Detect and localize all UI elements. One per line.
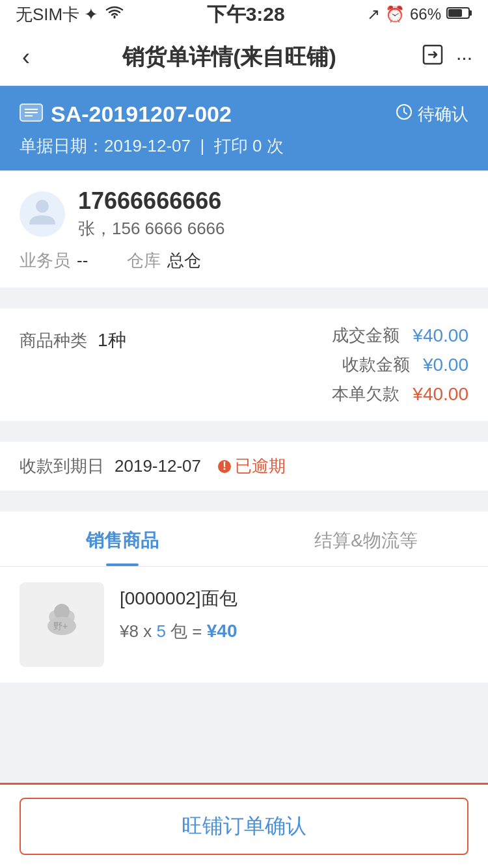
product-logo: 野+ bbox=[36, 599, 88, 651]
header-card: SA-20191207-002 待确认 单据日期：2019-12-07 | 打印… bbox=[0, 86, 488, 170]
avatar bbox=[20, 191, 65, 237]
deal-amount-row: 成交金额 ¥40.00 bbox=[332, 324, 468, 347]
customer-top: 17666666666 张，156 6666 6666 bbox=[20, 187, 468, 240]
warehouse-label: 仓库 bbox=[127, 249, 161, 272]
customer-details: 17666666666 张，156 6666 6666 bbox=[78, 187, 225, 240]
overdue-badge: ! 已逾期 bbox=[218, 455, 286, 478]
unit: 包 bbox=[170, 621, 187, 641]
payment-amount-label: 收款金额 bbox=[342, 353, 410, 376]
amounts-card: 商品种类 1种 成交金额 ¥40.00 收款金额 ¥0.00 本单欠款 ¥40.… bbox=[0, 308, 488, 421]
tab-sales-products-label: 销售商品 bbox=[86, 530, 159, 550]
status-right: ↗ ⏰ 66% bbox=[367, 5, 472, 23]
avatar-icon bbox=[26, 195, 59, 233]
payment-amount-value: ¥0.00 bbox=[423, 355, 468, 375]
salesman-field: 业务员 -- bbox=[20, 249, 88, 272]
tab-settlement-logistics-label: 结算&物流等 bbox=[314, 530, 418, 550]
total-price: ¥40 bbox=[207, 621, 237, 641]
salesman-value: -- bbox=[77, 251, 88, 271]
warehouse-value: 总仓 bbox=[167, 249, 201, 272]
divider-1 bbox=[0, 288, 488, 298]
quantity: 5 bbox=[156, 621, 165, 641]
equals-sign: = bbox=[192, 621, 206, 641]
tab-settlement-logistics[interactable]: 结算&物流等 bbox=[244, 511, 488, 566]
svg-rect-1 bbox=[469, 10, 472, 16]
customer-name: 张，156 6666 6666 bbox=[78, 217, 225, 240]
tabs-container: 销售商品 结算&物流等 野+ [0000002]面包 ¥8 x bbox=[0, 511, 488, 683]
multiply-sign: x bbox=[143, 621, 156, 641]
deal-amount-value: ¥40.00 bbox=[413, 325, 468, 346]
confirm-btn-container: 旺铺订单确认 bbox=[0, 783, 488, 868]
tabs-row: 销售商品 结算&物流等 bbox=[0, 511, 488, 567]
warehouse-field: 仓库 总仓 bbox=[127, 249, 201, 272]
customer-phone: 17666666666 bbox=[78, 187, 225, 215]
clock-icon bbox=[396, 103, 413, 125]
amounts-right: 成交金额 ¥40.00 收款金额 ¥0.00 本单欠款 ¥40.00 bbox=[332, 324, 468, 405]
debt-amount-value: ¥40.00 bbox=[413, 384, 468, 405]
battery-icon bbox=[446, 5, 472, 23]
deal-amount-label: 成交金额 bbox=[332, 324, 400, 347]
product-types-label: 商品种类 bbox=[20, 329, 87, 352]
status-badge: 待确认 bbox=[396, 103, 468, 126]
nav-bar: ‹ 销货单详情(来自旺铺) ··· bbox=[0, 29, 488, 86]
product-info: [0000002]面包 ¥8 x 5 包 = ¥40 bbox=[120, 582, 468, 643]
status-bar: 无SIM卡 ✦ 下午3:28 ↗ ⏰ 66% bbox=[0, 0, 488, 29]
header-top: SA-20191207-002 待确认 bbox=[20, 102, 468, 127]
svg-text:野+: 野+ bbox=[53, 621, 68, 631]
debt-amount-row: 本单欠款 ¥40.00 bbox=[332, 383, 468, 405]
page-title: 销货单详情(来自旺铺) bbox=[36, 42, 422, 72]
unit-price: ¥8 bbox=[120, 621, 139, 641]
sim-status: 无SIM卡 ✦ bbox=[16, 3, 98, 26]
due-date-label: 收款到期日 bbox=[20, 455, 104, 478]
overdue-text: 已逾期 bbox=[235, 455, 286, 478]
product-types: 商品种类 1种 bbox=[20, 324, 332, 353]
product-types-value: 1种 bbox=[98, 328, 126, 353]
share-icon[interactable] bbox=[422, 44, 443, 70]
svg-rect-2 bbox=[448, 9, 462, 17]
order-id-text: SA-20191207-002 bbox=[51, 102, 232, 127]
confirm-order-label: 旺铺订单确认 bbox=[182, 812, 306, 841]
payment-amount-row: 收款金额 ¥0.00 bbox=[342, 353, 468, 376]
status-left: 无SIM卡 ✦ bbox=[16, 3, 124, 26]
customer-card: 17666666666 张，156 6666 6666 业务员 -- 仓库 总仓 bbox=[0, 172, 488, 288]
more-icon[interactable]: ··· bbox=[456, 46, 472, 68]
product-thumbnail: 野+ bbox=[20, 582, 104, 667]
overdue-icon: ! bbox=[218, 460, 231, 473]
alarm-icon: ⏰ bbox=[385, 5, 405, 23]
debt-amount-label: 本单欠款 bbox=[332, 383, 400, 405]
order-meta: 单据日期：2019-12-07 | 打印 0 次 bbox=[20, 135, 468, 157]
location-icon: ↗ bbox=[367, 5, 380, 23]
customer-meta: 业务员 -- 仓库 总仓 bbox=[20, 249, 468, 272]
divider-2 bbox=[0, 421, 488, 431]
confirm-order-button[interactable]: 旺铺订单确认 bbox=[20, 798, 468, 855]
salesman-label: 业务员 bbox=[20, 249, 70, 272]
product-price: ¥8 x 5 包 = ¥40 bbox=[120, 620, 468, 643]
back-button[interactable]: ‹ bbox=[16, 37, 36, 77]
battery-text: 66% bbox=[410, 5, 441, 23]
status-time: 下午3:28 bbox=[207, 1, 285, 28]
product-card: 野+ [0000002]面包 ¥8 x 5 包 = ¥40 bbox=[0, 567, 488, 683]
nav-actions: ··· bbox=[422, 44, 472, 70]
order-icon bbox=[20, 102, 43, 127]
tab-sales-products[interactable]: 销售商品 bbox=[0, 511, 244, 566]
product-name: [0000002]面包 bbox=[120, 586, 468, 611]
due-date-value: 2019-12-07 bbox=[115, 456, 201, 476]
due-date-card: 收款到期日 2019-12-07 ! 已逾期 bbox=[0, 442, 488, 491]
status-text: 待确认 bbox=[418, 103, 468, 126]
wifi-icon bbox=[105, 5, 124, 25]
divider-3 bbox=[0, 491, 488, 501]
svg-point-9 bbox=[36, 200, 49, 213]
order-id: SA-20191207-002 bbox=[20, 102, 232, 127]
